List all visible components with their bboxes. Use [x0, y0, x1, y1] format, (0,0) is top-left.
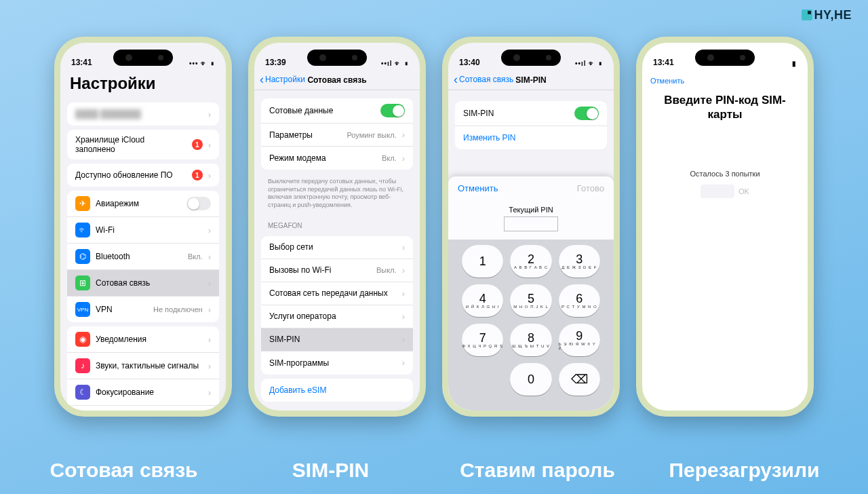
badge-icon: 1 — [192, 170, 203, 180]
wifi-calling-row[interactable]: Вызовы по Wi-FiВыкл.› — [261, 259, 413, 282]
vpn-icon: VPN — [75, 302, 90, 317]
vpn-row[interactable]: VPNVPNНе подключен› — [67, 297, 219, 322]
keypad-key-7[interactable]: 7Ф Х Ц Ч P Q R S — [462, 324, 503, 356]
ok-button[interactable]: OK — [738, 187, 749, 195]
group-header-data: СОТОВЫЕ ДАННЫЕ — [254, 406, 420, 411]
phone-2: 13:39 ••ıl ᯤ ▮ Настройки Сотовая связь С… — [248, 37, 426, 417]
cellular-row[interactable]: ⊞Сотовая связь› — [67, 270, 219, 297]
phone-row: 13:41 ••• ᯤ ▮ Настройки ████ ███████› Хр… — [0, 37, 868, 417]
cancel-button[interactable]: Отменить — [650, 77, 684, 85]
bluetooth-icon: ⌬ — [75, 249, 90, 264]
sim-apps-row[interactable]: SIM-программы› — [261, 352, 413, 375]
moon-icon: ☾ — [75, 385, 90, 400]
cancel-button[interactable]: Отменить — [458, 183, 498, 193]
notch — [501, 50, 561, 66]
airplane-icon: ✈ — [75, 196, 90, 211]
add-esim-row[interactable]: Добавить eSIM — [261, 379, 413, 402]
badge-icon: 1 — [192, 139, 203, 150]
celldata-toggle[interactable] — [380, 104, 405, 117]
nav-title: SIM-PIN — [515, 75, 546, 85]
notch — [307, 50, 367, 66]
carrier-services-row[interactable]: Услуги оператора› — [261, 305, 413, 328]
back-button[interactable]: Сотовая связь — [454, 73, 513, 87]
caption-1: Сотовая связь — [20, 459, 227, 482]
pin-entry-sheet: Отменить Готово Текущий PIN 12А Б В Г A … — [448, 176, 614, 411]
attempts-label: Осталось 3 попытки — [642, 170, 808, 178]
keypad-key-5[interactable]: 5М Н О П J K L — [510, 284, 551, 317]
icloud-storage-row[interactable]: Хранилище iCloud заполнено1› — [67, 130, 219, 159]
clock: 13:41 — [71, 58, 92, 67]
pin-label: Текущий PIN — [448, 200, 614, 216]
airplane-row[interactable]: ✈Авиарежим — [67, 191, 219, 217]
keypad-key-6[interactable]: 6Р С Т У M N O — [559, 284, 600, 317]
phone-1: 13:41 ••• ᯤ ▮ Настройки ████ ███████› Хр… — [54, 37, 232, 417]
keypad-key-1[interactable]: 1 — [462, 245, 503, 278]
caption-3: Ставим пароль — [434, 459, 641, 482]
group-header-carrier: MEGAFON — [254, 214, 420, 232]
wifi-row[interactable]: ᯤWi-Fi› — [67, 217, 219, 244]
status-icons: ••• ᯤ ▮ — [189, 60, 215, 67]
pin-input[interactable] — [701, 185, 734, 198]
nav-header: Сотовая связь SIM-PIN — [448, 70, 614, 90]
bluetooth-row[interactable]: ⌬BluetoothВкл.› — [67, 244, 219, 270]
pin-input[interactable] — [504, 216, 558, 231]
brand-logo: HY,HE — [802, 8, 852, 22]
nav-title: Сотовая связь — [307, 75, 366, 85]
done-button[interactable]: Готово — [577, 183, 604, 193]
footer-note: Выключите передачу сотовых данных, чтобы… — [254, 174, 420, 214]
sounds-row[interactable]: ♪Звуки, тактильные сигналы› — [67, 353, 219, 379]
notch — [695, 50, 755, 66]
nav-header: Настройки Сотовая связь — [254, 70, 420, 90]
clock: 13:39 — [265, 58, 286, 67]
keypad-key-⌫[interactable]: ⌫ — [559, 363, 600, 396]
speaker-icon: ♪ — [75, 358, 90, 373]
keypad-key-9[interactable]: 9Ь Э Ю Я W X Y Z — [559, 324, 600, 356]
phone-4: 13:41 ▮ Отменить Введите PIN-код SIM-кар… — [636, 37, 814, 417]
notch — [113, 50, 173, 66]
software-update-row[interactable]: Доступно обновление ПО1› — [67, 164, 219, 187]
airplane-toggle[interactable] — [186, 197, 211, 210]
focus-row[interactable]: ☾Фокусирование› — [67, 379, 219, 406]
caption-2: SIM-PIN — [227, 459, 434, 482]
options-row[interactable]: ПараметрыРоуминг выкл.› — [261, 124, 413, 147]
page-title: Настройки — [60, 70, 226, 98]
cellular-data-row[interactable]: Сотовые данные — [261, 98, 413, 124]
profile-row[interactable]: ████ ███████› — [67, 102, 219, 126]
keypad-key-blank — [462, 363, 503, 396]
change-pin-row[interactable]: Изменить PIN — [455, 126, 607, 149]
keypad-key-3[interactable]: 3Д Е Ж З D E F — [559, 245, 600, 278]
status-icons: ••ıl ᯤ ▮ — [575, 60, 603, 67]
sim-pin-toggle-row[interactable]: SIM-PIN — [455, 101, 607, 126]
keypad-key-2[interactable]: 2А Б В Г A B C — [510, 245, 551, 278]
antenna-icon: ⊞ — [75, 276, 90, 290]
wifi-icon: ᯤ — [75, 223, 90, 238]
clock: 13:40 — [459, 58, 480, 67]
notifications-row[interactable]: ◉Уведомления› — [67, 326, 219, 353]
simpin-toggle[interactable] — [574, 107, 599, 120]
back-button[interactable]: Настройки — [260, 73, 305, 87]
status-icons: ••ıl ᯤ ▮ — [381, 60, 409, 67]
captions: Сотовая связь SIM-PIN Ставим пароль Пере… — [0, 459, 868, 482]
keypad-key-0[interactable]: 0 — [510, 363, 551, 396]
network-select-row[interactable]: Выбор сети› — [261, 236, 413, 259]
keypad-key-4[interactable]: 4И Й К Л G H I — [462, 284, 503, 317]
screentime-row[interactable]: ⧗Экранное время› — [67, 406, 219, 411]
clock: 13:41 — [653, 58, 674, 67]
hotspot-row[interactable]: Режим модемаВкл.› — [261, 147, 413, 170]
data-network-row[interactable]: Сотовая сеть передачи данных› — [261, 282, 413, 305]
pin-prompt-title: Введите PIN-код SIM-карты — [642, 92, 808, 122]
sim-pin-row[interactable]: SIM-PIN› — [261, 328, 413, 352]
bell-icon: ◉ — [75, 332, 90, 347]
keypad-key-8[interactable]: 8Ш Щ Ъ Ы T U V — [510, 324, 551, 356]
keypad: 12А Б В Г A B C3Д Е Ж З D E F4И Й К Л G … — [448, 240, 614, 411]
caption-4: Перезагрузили — [641, 459, 848, 482]
status-icons: ▮ — [792, 60, 797, 67]
phone-3: 13:40 ••ıl ᯤ ▮ Сотовая связь SIM-PIN SIM… — [442, 37, 620, 417]
